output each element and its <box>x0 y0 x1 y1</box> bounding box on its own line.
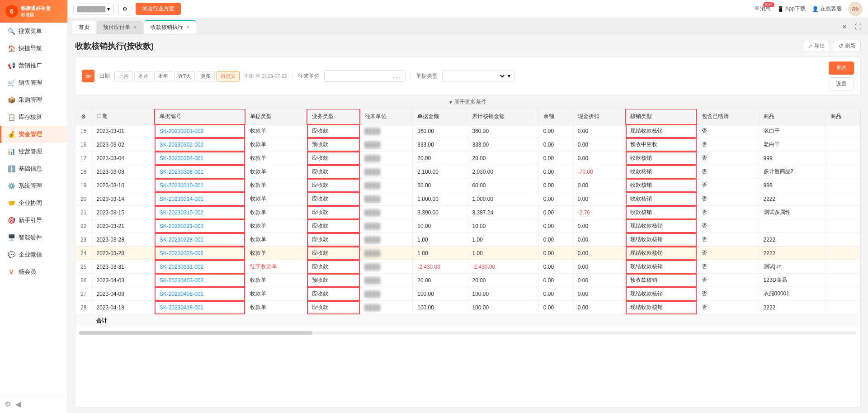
table-row[interactable]: 26 2023-04-03 SK-20230403-002 收款单 预收款 ██… <box>75 274 860 287</box>
collapse-icon[interactable]: ◀ <box>15 400 21 408</box>
tab-prepay[interactable]: 预付应付单 ✕ <box>97 21 143 34</box>
date-this-year[interactable]: 本年 <box>154 71 172 81</box>
sidebar-item-base-info[interactable]: ℹ️ 基础信息 <box>0 160 67 177</box>
date-more[interactable]: 更多 <box>197 71 215 81</box>
tab-verify[interactable]: 收款核销执行 ✕ <box>144 20 196 34</box>
cell-unit: ████ <box>360 179 413 192</box>
cell-unit: ████ <box>360 165 413 179</box>
cell-amount: 100.00 <box>413 301 467 314</box>
sidebar-item-marketing[interactable]: 📢 营销推广 <box>0 57 67 74</box>
cell-bill-no[interactable]: SK-20230331-002 <box>155 260 245 274</box>
filter-settings-button[interactable]: 设置 <box>829 77 854 90</box>
cell-balance: 0.00 <box>538 274 573 287</box>
sidebar-item-operation[interactable]: 📊 经营管理 <box>0 143 67 160</box>
table-row[interactable]: 15 2023-03-01 SK-20230301-002 收款单 应收款 ██… <box>75 124 860 138</box>
table-row[interactable]: 24 2023-03-28 SK-20230328-002 收款单 应收款 ██… <box>75 247 860 260</box>
sidebar-item-hardware[interactable]: 🖥️ 智能硬件 <box>0 229 67 246</box>
table-row[interactable]: 20 2023-03-14 SK-20230314-001 收款单 应收款 ██… <box>75 192 860 206</box>
sidebar-item-system[interactable]: ⚙️ 系统管理 <box>0 177 67 195</box>
hardware-icon: 🖥️ <box>8 234 15 241</box>
app-download-button[interactable]: 📱 App下载 <box>777 5 806 13</box>
col-settings[interactable]: ⚙ <box>75 109 92 124</box>
sidebar-item-finance[interactable]: 💰 资金管理 <box>0 126 67 143</box>
cell-bill-no[interactable]: SK-20230403-002 <box>155 274 245 287</box>
cell-bill-no[interactable]: SK-20230308-001 <box>155 165 245 179</box>
date-last-month[interactable]: 上月 <box>114 71 132 81</box>
settings-button[interactable]: ⚙ <box>118 3 131 15</box>
col-accum: 累计核销金额 <box>467 109 538 124</box>
table-row[interactable]: 28 2023-04-18 SK-20230418-001 收款单 应收款 ██… <box>75 301 860 314</box>
sidebar-item-sales[interactable]: 🛒 销售管理 <box>0 74 67 91</box>
table-row[interactable]: 16 2023-03-02 SK-20230302-002 收款单 预收款 ██… <box>75 138 860 152</box>
cell-bill-no[interactable]: SK-20230315-002 <box>155 206 245 219</box>
sidebar-item-search[interactable]: 🔍 搜索菜单 <box>0 23 67 40</box>
table-row[interactable]: 18 2023-03-08 SK-20230308-001 收款单 应收款 ██… <box>75 165 860 179</box>
cell-bill-no[interactable]: SK-20230301-002 <box>155 124 245 138</box>
cell-product2 <box>826 233 860 247</box>
tab-prepay-close[interactable]: ✕ <box>133 24 137 30</box>
solution-button[interactable]: 体验行业方案 <box>136 3 181 15</box>
tab-verify-close[interactable]: ✕ <box>186 24 190 30</box>
filter-expand-button[interactable]: ≫ <box>82 70 94 82</box>
query-button[interactable]: 查询 <box>829 62 854 75</box>
horizontal-scrollbar[interactable] <box>79 331 857 335</box>
table-row[interactable]: 22 2023-03-21 SK-20230321-003 收款单 应收款 ██… <box>75 219 860 233</box>
cell-bill-type: 收款单 <box>245 247 307 260</box>
settings-icon[interactable]: ⚙ <box>5 400 11 408</box>
cell-balance: 0.00 <box>538 247 573 260</box>
cell-bill-no[interactable]: SK-20230328-001 <box>155 233 245 247</box>
table-row[interactable]: 25 2023-03-31 SK-20230331-002 红字收款单 应收款 … <box>75 260 860 274</box>
cell-product1: 老白干 <box>759 124 826 138</box>
messages-button[interactable]: ✉ 消息 99+ <box>755 5 771 13</box>
table-row[interactable]: 19 2023-03-10 SK-20230310-001 收款单 应收款 ██… <box>75 179 860 192</box>
sidebar-item-nav[interactable]: 🏠 快捷导航 <box>0 40 67 57</box>
sidebar-item-guide[interactable]: 🎯 新手引导 <box>0 212 67 229</box>
user-avatar[interactable]: Rit <box>848 2 863 16</box>
scroll-thumb[interactable] <box>79 331 312 335</box>
bill-type-select[interactable]: 收款单 红字收款单 <box>446 72 506 80</box>
table-row[interactable]: 27 2023-04-08 SK-20230408-001 收款单 应收款 ██… <box>75 287 860 301</box>
cell-biz-type: 应收款 <box>307 206 360 219</box>
col-settings-icon[interactable]: ⚙ <box>81 114 86 120</box>
cell-date: 2023-04-08 <box>92 287 155 301</box>
online-service-button[interactable]: 👤 在线客服 <box>812 5 842 13</box>
cell-date: 2023-03-04 <box>92 152 155 165</box>
table-row[interactable]: 17 2023-03-04 SK-20230304-001 收款单 应收款 ██… <box>75 152 860 165</box>
unit-input[interactable] <box>328 73 391 79</box>
sidebar-item-label: 快捷导航 <box>19 44 42 52</box>
cell-biz-type: 应收款 <box>307 219 360 233</box>
cell-bill-no[interactable]: SK-20230310-001 <box>155 179 245 192</box>
refresh-button[interactable]: ↺ 刷新 <box>834 40 861 52</box>
date-this-month[interactable]: 本月 <box>134 71 152 81</box>
export-button[interactable]: ↗ 导出 <box>803 40 830 52</box>
sidebar-item-inventory[interactable]: 📋 库存核算 <box>0 109 67 126</box>
cell-accum: 1,000.00 <box>467 192 538 206</box>
sidebar-item-label: 新手引导 <box>19 216 42 224</box>
cell-bill-no[interactable]: SK-20230321-003 <box>155 219 245 233</box>
sidebar-item-wechat[interactable]: 💬 企业微信 <box>0 246 67 263</box>
cell-bill-no[interactable]: SK-20230408-001 <box>155 287 245 301</box>
cell-product2 <box>826 152 860 165</box>
table-row[interactable]: 23 2023-03-28 SK-20230328-001 收款单 应收款 ██… <box>75 233 860 247</box>
col-biz-type: 业务类型 <box>307 109 360 124</box>
sidebar-item-collab[interactable]: 🤝 企业协同 <box>0 195 67 212</box>
tab-expand-button[interactable]: ⛶ <box>853 21 863 32</box>
workspace-dropdown[interactable]: ████████ ▾ <box>73 4 114 14</box>
expand-more-button[interactable]: ▾ 展开更多条件 <box>449 98 486 106</box>
tab-home[interactable]: 首页 <box>72 21 96 34</box>
sidebar-item-member[interactable]: V 畅会员 <box>0 263 67 280</box>
table-row[interactable]: 21 2023-03-15 SK-20230315-002 收款单 应收款 ██… <box>75 206 860 219</box>
tab-close-all-button[interactable]: ✕ <box>839 21 850 32</box>
cell-bill-no[interactable]: SK-20230314-001 <box>155 192 245 206</box>
cell-bill-no[interactable]: SK-20230328-002 <box>155 247 245 260</box>
cell-product1: 多计量商品2 <box>759 165 826 179</box>
cell-bill-no[interactable]: SK-20230302-002 <box>155 138 245 152</box>
cell-amount: 2,100.00 <box>413 165 467 179</box>
date-custom[interactable]: 自定义 <box>217 71 240 81</box>
date-7days[interactable]: 近7天 <box>174 71 195 81</box>
sidebar-item-purchase[interactable]: 📦 采购管理 <box>0 91 67 109</box>
cell-bill-no[interactable]: SK-20230418-001 <box>155 301 245 314</box>
cell-date: 2023-03-31 <box>92 260 155 274</box>
cell-bill-no[interactable]: SK-20230304-001 <box>155 152 245 165</box>
unit-select-dots[interactable]: ... <box>392 72 401 80</box>
